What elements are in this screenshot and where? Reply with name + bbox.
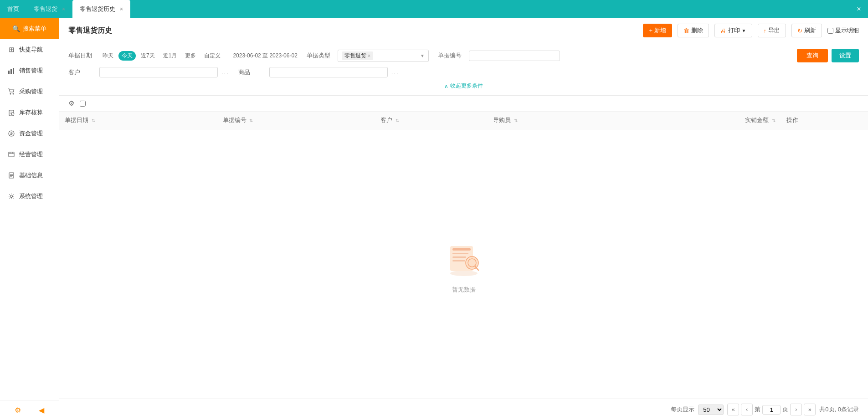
date-range-display: 2023-06-02 至 2023-06-02 [233, 52, 297, 60]
svg-point-3 [10, 93, 11, 95]
prev-page-button[interactable]: ‹ [741, 404, 753, 415]
date-btn-custom[interactable]: 自定义 [201, 51, 224, 61]
print-icon: 🖨 [720, 27, 726, 34]
page-number-input[interactable] [762, 405, 781, 415]
doc-number-label: 单据编号 [438, 51, 465, 60]
tab-history[interactable]: 零售退货历史 × [72, 0, 130, 18]
tab-home[interactable]: 首页 [0, 0, 26, 18]
main-layout: 🔍 搜索菜单 ⊞ 快捷导航 销售管理 采购管理 库存核算 [0, 18, 868, 420]
data-table: 单据日期 ⇅ 单据编号 ⇅ 客户 ⇅ 导购员 ⇅ [59, 112, 868, 129]
col-date[interactable]: 单据日期 ⇅ [59, 112, 217, 129]
sort-date-icon: ⇅ [92, 118, 95, 123]
refresh-button[interactable]: ↻ 刷新 [791, 24, 822, 37]
select-all-checkbox[interactable] [80, 101, 86, 107]
search-icon: 🔍 [12, 25, 20, 32]
goods-label: 商品 [238, 68, 266, 77]
sidebar-bottom: ⚙ ◀ [0, 400, 59, 420]
sidebar-search-button[interactable]: 🔍 搜索菜单 [0, 18, 59, 39]
print-dropdown-icon: ▼ [742, 28, 746, 33]
page-header: 零售退货历史 + 新增 🗑 删除 🖨 打印 ▼ ↑ 导出 [59, 18, 868, 43]
date-btn-7days[interactable]: 近7天 [138, 51, 158, 61]
tab-return-close[interactable]: × [62, 6, 65, 12]
inventory-icon [7, 108, 15, 117]
svg-point-6 [11, 113, 14, 115]
page-nav: « ‹ 第 页 › » [727, 404, 816, 415]
query-button[interactable]: 查询 [797, 49, 828, 62]
svg-rect-1 [10, 69, 12, 74]
main-content: 零售退货历史 + 新增 🗑 删除 🖨 打印 ▼ ↑ 导出 [59, 18, 868, 420]
date-btn-1month[interactable]: 近1月 [160, 51, 180, 61]
page-size-select[interactable]: 10 20 50 100 [698, 405, 724, 415]
header-actions: + 新增 🗑 删除 🖨 打印 ▼ ↑ 导出 ↻ 刷新 [643, 24, 859, 37]
filter-area: 单据日期 昨天 今天 近7天 近1月 更多 自定义 2023-06-02 至 2… [59, 43, 868, 96]
tab-list: 首页 零售退货 × 零售退货历史 × [0, 0, 130, 18]
sidebar-item-finance[interactable]: 资金管理 [0, 123, 59, 144]
sidebar-item-system[interactable]: 系统管理 [0, 186, 59, 207]
doc-type-dropdown-icon: ▼ [420, 53, 425, 58]
goods-input[interactable] [269, 67, 388, 77]
empty-text: 暂无数据 [452, 286, 476, 294]
svg-rect-8 [9, 152, 14, 157]
first-page-button[interactable]: « [727, 404, 739, 415]
table-header: 单据日期 ⇅ 单据编号 ⇅ 客户 ⇅ 导购员 ⇅ [59, 112, 868, 129]
export-button[interactable]: ↑ 导出 [758, 24, 786, 37]
doc-type-select[interactable]: 零售退货 × ▼ [338, 50, 429, 62]
new-button[interactable]: + 新增 [643, 24, 672, 37]
collapse-sidebar-icon[interactable]: ◀ [39, 406, 44, 415]
next-page-button[interactable]: › [790, 404, 802, 415]
window-close-button[interactable]: × [850, 0, 868, 18]
col-customer[interactable]: 客户 ⇅ [375, 112, 488, 129]
refresh-icon: ↻ [797, 27, 802, 34]
svg-point-4 [13, 93, 14, 95]
sidebar-item-quick-nav[interactable]: ⊞ 快捷导航 [0, 39, 59, 60]
tab-return[interactable]: 零售退货 × [26, 0, 72, 18]
export-icon: ↑ [764, 27, 767, 34]
settings-button[interactable]: 设置 [832, 49, 859, 62]
sort-amount-icon: ⇅ [772, 118, 776, 123]
col-guide[interactable]: 导购员 ⇅ [488, 112, 623, 129]
svg-rect-16 [452, 260, 465, 261]
doc-type-tag-close[interactable]: × [368, 53, 370, 58]
basic-icon [7, 171, 15, 179]
date-btn-more[interactable]: 更多 [182, 51, 199, 61]
empty-icon [441, 235, 487, 280]
show-detail-checkbox[interactable]: 显示明细 [827, 26, 859, 35]
doc-number-input[interactable] [469, 51, 560, 61]
col-amount[interactable]: 实销金额 ⇅ [623, 112, 781, 129]
top-bar: 首页 零售退货 × 零售退货历史 × × [0, 0, 868, 18]
svg-rect-2 [13, 68, 14, 74]
col-number[interactable]: 单据编号 ⇅ [217, 112, 375, 129]
page-label-suffix: 页 [782, 405, 788, 414]
svg-rect-14 [452, 253, 468, 254]
doc-type-label: 单据类型 [307, 51, 334, 60]
print-button[interactable]: 🖨 打印 ▼ [714, 24, 752, 37]
delete-button[interactable]: 🗑 删除 [678, 24, 709, 37]
tab-history-close[interactable]: × [120, 6, 123, 12]
sidebar-item-operations[interactable]: 经营管理 [0, 144, 59, 165]
svg-point-10 [10, 195, 13, 198]
date-shortcuts: 昨天 今天 近7天 近1月 更多 自定义 [99, 51, 224, 61]
svg-point-11 [450, 271, 478, 276]
customer-dots[interactable]: ... [221, 69, 229, 76]
sidebar-item-inventory[interactable]: 库存核算 [0, 102, 59, 123]
goods-dots[interactable]: ... [391, 69, 399, 76]
customer-input[interactable] [99, 67, 218, 77]
collapse-icon: ∧ [444, 83, 448, 89]
table-settings-icon[interactable]: ⚙ [68, 99, 74, 108]
last-page-button[interactable]: » [804, 404, 816, 415]
settings-bottom-icon[interactable]: ⚙ [15, 406, 21, 415]
customer-label: 客户 [68, 68, 96, 77]
sort-customer-icon: ⇅ [395, 118, 399, 123]
doc-type-filter: 单据类型 零售退货 × ▼ [307, 50, 429, 62]
show-detail-input[interactable] [827, 28, 833, 34]
sidebar-item-purchase[interactable]: 采购管理 [0, 81, 59, 102]
sidebar-item-sales[interactable]: 销售管理 [0, 60, 59, 81]
collapse-btn[interactable]: ∧ 收起更多条件 [444, 82, 483, 90]
goods-filter: 商品 ... [238, 67, 399, 77]
date-btn-today[interactable]: 今天 [118, 51, 136, 61]
date-filter: 单据日期 昨天 今天 近7天 近1月 更多 自定义 [68, 51, 224, 61]
sort-number-icon: ⇅ [249, 118, 253, 123]
sidebar-item-basic[interactable]: 基础信息 [0, 165, 59, 186]
date-btn-yesterday[interactable]: 昨天 [99, 51, 117, 61]
page-size-label: 每页显示 [671, 405, 694, 414]
